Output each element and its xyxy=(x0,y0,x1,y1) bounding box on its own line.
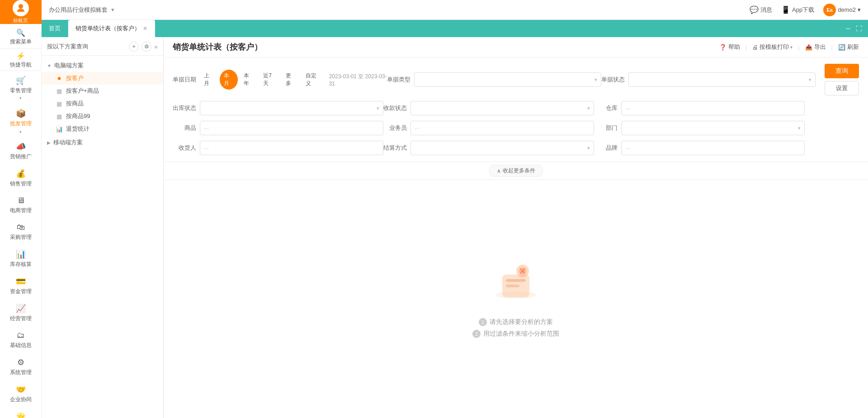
sidebar-item-newbie[interactable]: 🌟 新手引导 xyxy=(0,407,41,418)
warehouse-select[interactable]: ··· xyxy=(621,101,805,115)
sidebar-item-inventory[interactable]: 📊 库存核算 xyxy=(0,245,41,272)
operations-icon: 📈 xyxy=(16,304,26,314)
print-dropdown-arrow: ▾ xyxy=(790,45,793,50)
page-title: 销货单统计表（按客户） xyxy=(173,42,262,57)
brand-label: 品牌 xyxy=(594,144,618,152)
step1-text: 请先选择要分析的方案 xyxy=(490,318,553,326)
out-status-label: 出库状态 xyxy=(173,104,196,112)
tree-item-by-customer[interactable]: ● 按客户 xyxy=(42,72,163,85)
department-select[interactable]: ▾ xyxy=(621,121,805,135)
sidebar-item-basic[interactable]: 🗂 基础信息 xyxy=(0,326,41,353)
tab-sales-stats[interactable]: 销货单统计表（按客户） ✕ xyxy=(68,20,155,37)
collapse-panel-btn[interactable]: « xyxy=(154,43,158,50)
user-menu[interactable]: Ea demo2 ▾ xyxy=(823,4,861,16)
tab-close-btn[interactable]: ✕ xyxy=(143,25,147,32)
wholesale-icon: 📦 xyxy=(16,109,26,119)
more-btn[interactable]: 更多 xyxy=(282,70,300,90)
sidebar-item-sales[interactable]: 💰 销售管理 xyxy=(0,164,41,191)
doc-type-arrow: ▾ xyxy=(594,77,597,83)
add-scheme-btn[interactable]: + xyxy=(129,42,139,52)
receiver-placeholder: ··· xyxy=(204,145,209,152)
minimize-btn[interactable]: ─ xyxy=(844,25,852,32)
sidebar-search-label: 搜索菜单 xyxy=(10,38,32,46)
last-month-btn[interactable]: 上月 xyxy=(200,70,218,90)
sidebar-item-wholesale[interactable]: 📦 批发管理 ▴ xyxy=(0,104,41,137)
custom-btn[interactable]: 自定义 xyxy=(302,70,325,90)
brand-select[interactable]: ··· xyxy=(621,141,805,155)
sidebar-item-enterprise[interactable]: 🤝 企业协同 xyxy=(0,380,41,407)
by-goods-99-icon: ▦ xyxy=(55,113,63,120)
collapse-more-area[interactable]: ∧ 收起更多条件 xyxy=(164,162,868,180)
tree-item-by-customer-goods[interactable]: ▦ 按客户+商品 xyxy=(42,85,163,97)
goods-placeholder: ··· xyxy=(204,125,209,132)
divider-3: | xyxy=(831,44,833,51)
tree-item-return-stats[interactable]: 📊 退货统计 xyxy=(42,123,163,135)
sidebar-item-operations[interactable]: 📈 经营管理 xyxy=(0,299,41,326)
purchase-icon: 🛍 xyxy=(17,223,25,232)
desktop-group-arrow: ▼ xyxy=(47,63,52,68)
step2-text: 用过滤条件来缩小分析范围 xyxy=(483,330,559,338)
top-header-right: 💬 消息 📱 App下载 Ea demo2 ▾ xyxy=(750,4,861,16)
app-download-btn[interactable]: 📱 App下载 xyxy=(781,5,814,14)
payment-status-select[interactable]: ▾ xyxy=(410,101,594,115)
tab-home[interactable]: 首页 xyxy=(42,20,68,37)
sidebar-search[interactable]: 🔍 搜索菜单 xyxy=(0,24,41,49)
collapse-more-btn[interactable]: ∧ 收起更多条件 xyxy=(489,165,543,177)
salesperson-select[interactable]: ··· xyxy=(410,121,594,135)
last-7days-btn[interactable]: 近7天 xyxy=(259,70,280,90)
sidebar-item-ecommerce[interactable]: 🖥 电商管理 xyxy=(0,191,41,218)
svg-point-0 xyxy=(19,4,23,9)
sidebar-nav[interactable]: ⚡ 快捷导航 xyxy=(0,49,41,71)
refresh-btn[interactable]: 🔄 刷新 xyxy=(838,43,859,51)
title-dropdown-arrow[interactable]: ▾ xyxy=(111,6,114,13)
out-status-select[interactable]: ▾ xyxy=(200,101,383,115)
search-button[interactable]: 查询 xyxy=(825,64,859,78)
doc-status-select[interactable]: ▾ xyxy=(628,72,816,87)
maximize-btn[interactable]: ⛶ xyxy=(855,25,863,32)
sidebar-item-purchase[interactable]: 🛍 采购管理 xyxy=(0,218,41,245)
app-logo[interactable]: 标账页 xyxy=(0,0,42,24)
tree-group-mobile-title[interactable]: ▶ 移动端方案 xyxy=(42,136,163,149)
download-icon: 📱 xyxy=(781,5,790,14)
help-btn[interactable]: ❓ 帮助 xyxy=(719,43,740,51)
top-header-left: 办公用品行业模拟账套 ▾ xyxy=(49,6,114,14)
this-month-btn[interactable]: 本月 xyxy=(220,70,238,90)
doc-status-label: 单据状态 xyxy=(601,76,625,84)
payment-status-label: 收款状态 xyxy=(383,104,407,112)
print-btn[interactable]: 🖨 按模板打印 ▾ xyxy=(752,43,793,51)
scheme-settings-btn[interactable]: ⚙ xyxy=(142,42,151,52)
settings-button[interactable]: 设置 xyxy=(825,81,859,95)
message-btn[interactable]: 💬 消息 xyxy=(750,5,772,14)
app-title: 办公用品行业模拟账套 xyxy=(49,6,108,14)
return-stats-icon: 📊 xyxy=(55,126,63,133)
by-goods-label: 按商品 xyxy=(66,100,84,108)
tree-item-by-goods[interactable]: ▦ 按商品 xyxy=(42,97,163,110)
settlement-select[interactable]: ▾ xyxy=(410,141,594,155)
basic-icon: 🗂 xyxy=(17,331,25,340)
this-year-btn[interactable]: 本年 xyxy=(240,70,258,90)
refresh-icon: 🔄 xyxy=(838,44,845,51)
brand-placeholder: ··· xyxy=(625,145,630,152)
filter-area: 单据日期 上月 本月 本年 近7天 更多 自定义 2023-03-01 至 20… xyxy=(164,57,868,162)
sidebar-item-ecommerce-label: 电商管理 xyxy=(10,207,32,214)
goods-select[interactable]: ··· xyxy=(200,121,383,135)
tree-item-by-goods-99[interactable]: ▦ 按商品99 xyxy=(42,110,163,123)
filter-actions: 查询 设置 xyxy=(825,64,859,95)
by-customer-label: 按客户 xyxy=(66,74,84,82)
right-content: 销货单统计表（按客户） ❓ 帮助 | 🖨 按模板打印 ▾ | 📤 xyxy=(164,37,868,418)
tab-window-controls: ─ ⛶ xyxy=(844,25,868,32)
sidebar-item-marketing[interactable]: 📣 营销推广 xyxy=(0,137,41,164)
sidebar-item-system[interactable]: ⚙ 系统管理 xyxy=(0,353,41,380)
doc-type-select[interactable]: ▾ xyxy=(414,72,601,87)
sidebar-item-marketing-label: 营销推广 xyxy=(10,153,32,161)
page-content: 按以下方案查询 + ⚙ « ▼ 电脑端方案 ● xyxy=(42,37,868,418)
sidebar-item-retail[interactable]: 🛒 零售管理 ▾ xyxy=(0,71,41,104)
tree-group-desktop-title[interactable]: ▼ 电脑端方案 xyxy=(42,59,163,72)
sidebar-item-sales-label: 销售管理 xyxy=(10,180,32,188)
date-label: 单据日期 xyxy=(173,76,196,84)
receiver-select[interactable]: ··· xyxy=(200,141,383,155)
sidebar-item-purchase-label: 采购管理 xyxy=(10,233,32,241)
export-btn[interactable]: 📤 导出 xyxy=(805,43,826,51)
sidebar-item-finance[interactable]: 💳 资金管理 xyxy=(0,272,41,299)
desktop-group-label: 电脑端方案 xyxy=(54,62,84,70)
